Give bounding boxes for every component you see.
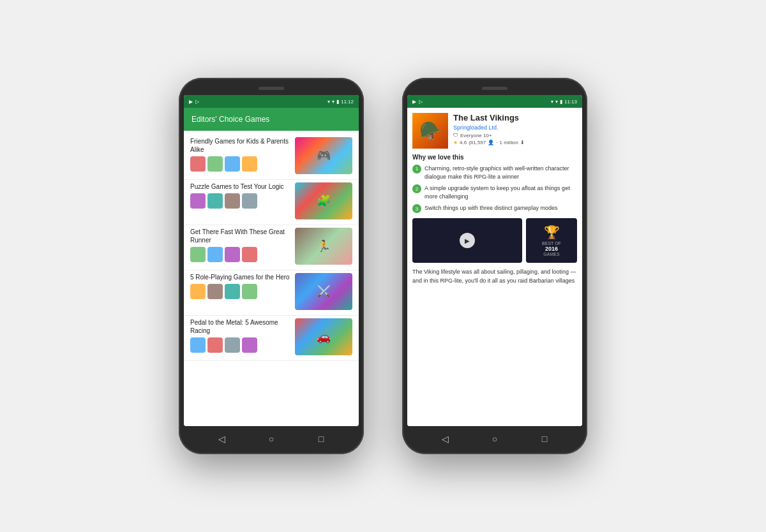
reason-num-1: 1 — [412, 165, 421, 174]
reason-1: 1 Charming, retro-style graphics with we… — [412, 165, 577, 181]
category-2-text: Puzzle Games to Test Your Logic — [190, 182, 291, 209]
games-list: Friendly Games for Kids & Parents Alike … — [184, 131, 359, 365]
category-2[interactable]: Puzzle Games to Test Your Logic 🧩 — [184, 180, 359, 225]
thumb-1-1 — [190, 156, 206, 172]
category-4-name: 5 Role-Playing Games for the Hero — [190, 273, 291, 281]
app-info: The Last Vikings Springloaded Ltd. 🛡 Eve… — [453, 113, 577, 149]
back-button-left[interactable]: ◁ — [215, 432, 228, 445]
category-3-thumbs — [190, 247, 291, 262]
app-icon: 🪖 — [412, 113, 448, 149]
right-status-icons: ▾ ▾ ▮ 11:12 — [327, 99, 354, 105]
controller-icon: 🎮 — [317, 149, 331, 163]
category-4-text: 5 Role-Playing Games for the Hero — [190, 273, 291, 299]
thumb-2-3 — [225, 193, 240, 209]
recents-button-right[interactable]: □ — [538, 432, 551, 445]
thumb-4-1 — [190, 284, 206, 299]
thumb-4-2 — [207, 284, 223, 299]
video-thumbnail[interactable]: ▶ — [412, 218, 522, 263]
status-icons-left: ▶ ▷ — [189, 99, 199, 105]
review-count: (81,597 — [469, 140, 486, 145]
rpg-icon: ⚔️ — [317, 284, 331, 299]
award-badge: 🏆 BEST OF 2016 GAMES — [526, 218, 577, 263]
rating-value: 4.6 — [460, 140, 467, 145]
left-phone: ▶ ▷ ▾ ▾ ▮ 11:12 Editors' Choice Games — [179, 78, 364, 454]
wifi-icon: ▾ — [327, 99, 330, 105]
back-button-right[interactable]: ◁ — [439, 432, 451, 445]
time-right: 11:13 — [564, 99, 577, 105]
trophy-icon: 🏆 — [544, 225, 560, 240]
download-icon: ⬇ — [520, 140, 525, 145]
thumb-4-3 — [225, 284, 240, 299]
banner-3: 🏃 — [295, 228, 352, 265]
banner-2: 🧩 — [295, 182, 352, 219]
thumb-5-4 — [242, 337, 257, 353]
signal-icon: ▾ — [332, 99, 334, 105]
thumb-3-4 — [242, 247, 257, 262]
why-love-title: Why we love this — [412, 154, 577, 161]
category-1-name: Friendly Games for Kids & Parents Alike — [190, 137, 291, 154]
app-description: The Viking lifestyle was all about saili… — [412, 268, 577, 285]
thumb-3-1 — [190, 247, 206, 262]
app-developer[interactable]: Springloaded Ltd. — [453, 124, 577, 131]
status-bar-right: ▶ ▷ ▾ ▾ ▮ 11:13 — [407, 95, 582, 108]
thumb-5-3 — [225, 337, 240, 353]
media-row: ▶ 🏆 BEST OF 2016 GAMES — [412, 218, 577, 263]
battery-icon-r: ▮ — [560, 99, 562, 105]
category-1[interactable]: Friendly Games for Kids & Parents Alike … — [184, 135, 359, 180]
app-name: The Last Vikings — [453, 113, 577, 123]
home-button-left[interactable]: ○ — [265, 432, 278, 445]
category-4[interactable]: 5 Role-Playing Games for the Hero ⚔️ — [184, 270, 359, 316]
award-best-of: BEST OF — [542, 241, 561, 246]
installs: 1 million — [500, 140, 518, 145]
category-2-name: Puzzle Games to Test Your Logic — [190, 182, 291, 191]
battery-icon: ▮ — [336, 99, 339, 105]
play-button[interactable]: ▶ — [460, 233, 475, 248]
phone-speaker-right — [482, 87, 507, 90]
thumb-4-4 — [242, 284, 257, 299]
star-icon: ★ — [453, 140, 458, 145]
category-1-text: Friendly Games for Kids & Parents Alike — [190, 137, 291, 172]
right-nav: ◁ ○ □ — [407, 432, 582, 445]
app-header: 🪖 The Last Vikings Springloaded Ltd. 🛡 E… — [412, 113, 577, 149]
left-toolbar: Editors' Choice Games — [184, 108, 359, 131]
left-screen-content[interactable]: Friendly Games for Kids & Parents Alike … — [184, 131, 359, 426]
status-icons-right-left: ▶ ▷ — [412, 99, 423, 105]
thumb-5-2 — [207, 337, 223, 353]
detail-screen[interactable]: 🪖 The Last Vikings Springloaded Ltd. 🛡 E… — [407, 108, 582, 426]
banner-4: ⚔️ — [295, 273, 352, 310]
phone-speaker-left — [259, 87, 284, 90]
reason-3: 3 Switch things up with three distinct g… — [412, 204, 577, 213]
recents-button-left[interactable]: □ — [315, 432, 327, 445]
right-screen: ▶ ▷ ▾ ▾ ▮ 11:13 🪖 — [407, 95, 582, 426]
award-year: 2016 — [542, 246, 561, 252]
category-4-thumbs — [190, 284, 291, 299]
reason-text-2: A simple upgrade system to keep you aflo… — [424, 184, 577, 200]
thumb-2-1 — [190, 193, 206, 209]
category-5[interactable]: Pedal to the Metal: 5 Awesome Racing 🚗 — [184, 316, 359, 361]
racing-icon: 🚗 — [317, 330, 331, 344]
banner-5: 🚗 — [295, 318, 352, 355]
left-screen: ▶ ▷ ▾ ▾ ▮ 11:12 Editors' Choice Games — [184, 95, 359, 426]
category-3[interactable]: Get There Fast With These Great Runner 🏃 — [184, 225, 359, 270]
runner-icon: 🏃 — [317, 239, 331, 253]
puzzle-icon: 🧩 — [317, 194, 331, 208]
reason-text-3: Switch things up with three distinct gam… — [424, 204, 558, 213]
reason-num-3: 3 — [412, 204, 421, 213]
wifi-icon-r: ▾ — [551, 99, 553, 105]
home-button-right[interactable]: ○ — [488, 432, 501, 445]
category-2-thumbs — [190, 193, 291, 209]
left-nav: ◁ ○ □ — [184, 432, 359, 445]
thumb-3-3 — [225, 247, 240, 262]
shield-icon: 🛡 — [453, 133, 458, 138]
signal-icon-r: ▾ — [555, 99, 558, 105]
thumb-2-4 — [242, 193, 257, 209]
thumb-3-2 — [207, 247, 223, 262]
category-3-text: Get There Fast With These Great Runner — [190, 228, 291, 262]
thumb-1-3 — [225, 156, 240, 172]
reason-2: 2 A simple upgrade system to keep you af… — [412, 184, 577, 200]
viking-icon: 🪖 — [412, 113, 448, 149]
reason-text-1: Charming, retro-style graphics with well… — [424, 165, 577, 181]
thumb-1-2 — [207, 156, 223, 172]
reason-list: 1 Charming, retro-style graphics with we… — [412, 165, 577, 213]
status-bar-left: ▶ ▷ ▾ ▾ ▮ 11:12 — [184, 95, 359, 108]
